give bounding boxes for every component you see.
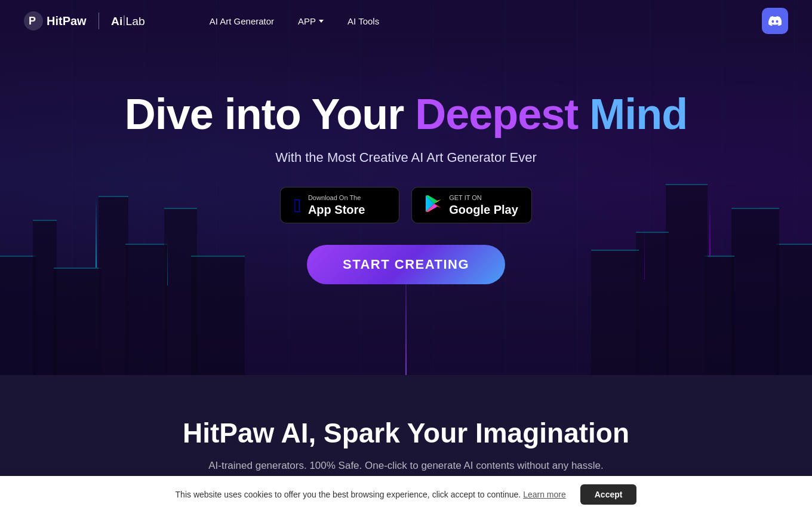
- hero-subtitle: With the Most Creative AI Art Generator …: [125, 150, 688, 165]
- logo-area: P HitPaw Ai Lab: [24, 11, 174, 30]
- appstore-line2: App Store: [308, 202, 365, 217]
- section2-title: HitPaw AI, Spark Your Imagination: [24, 417, 788, 449]
- apple-icon: : [294, 196, 301, 215]
- appstore-button[interactable]:  Download On The App Store: [280, 187, 399, 223]
- navbar: P HitPaw Ai Lab AI Art Generator APP AI …: [0, 0, 812, 42]
- svg-text:Ai: Ai: [111, 15, 122, 27]
- hero-content: Dive into Your Deepest Mind With the Mos…: [113, 91, 700, 284]
- nav-links: AI Art Generator APP AI Tools: [210, 16, 762, 26]
- chevron-down-icon: [319, 20, 324, 23]
- hitpaw-label: HitPaw: [47, 14, 87, 28]
- hero-title-part2: [578, 90, 589, 138]
- hero-title: Dive into Your Deepest Mind: [125, 91, 688, 138]
- nav-ai-art-generator[interactable]: AI Art Generator: [210, 16, 274, 26]
- discord-button[interactable]: [762, 8, 788, 34]
- ailab-logo: Ai Lab: [111, 13, 174, 29]
- hero-title-deepest: Deepest: [415, 90, 578, 138]
- googleplay-icon: [425, 195, 442, 216]
- cookie-message: This website uses cookies to offer you t…: [176, 490, 566, 499]
- cookie-banner: This website uses cookies to offer you t…: [0, 476, 812, 513]
- appstore-text: Download On The App Store: [308, 193, 365, 216]
- svg-rect-4: [124, 15, 125, 26]
- googleplay-line1: GET IT ON: [449, 193, 518, 202]
- discord-icon: [768, 16, 782, 26]
- learn-more-link[interactable]: Learn more: [523, 490, 566, 499]
- svg-text:Lab: Lab: [125, 15, 144, 27]
- start-creating-button[interactable]: START CREATING: [307, 245, 505, 284]
- hero-title-part1: Dive into Your: [125, 90, 415, 138]
- googleplay-button[interactable]: GET IT ON Google Play: [411, 187, 532, 223]
- googleplay-text: GET IT ON Google Play: [449, 193, 518, 216]
- nav-ai-tools[interactable]: AI Tools: [347, 16, 379, 26]
- hitpaw-logo[interactable]: P HitPaw: [24, 11, 87, 30]
- appstore-line1: Download On The: [308, 193, 365, 202]
- store-buttons:  Download On The App Store: [125, 187, 688, 223]
- hero-section: Dive into Your Deepest Mind With the Mos…: [0, 0, 812, 375]
- logo-divider: [99, 13, 99, 29]
- hitpaw-icon: P: [24, 11, 43, 30]
- googleplay-line2: Google Play: [449, 202, 518, 217]
- nav-right: [762, 8, 788, 34]
- hero-title-mind: Mind: [589, 90, 687, 138]
- section2-subtitle: AI-trained generators. 100% Safe. One-cl…: [24, 460, 788, 472]
- nav-app[interactable]: APP: [298, 16, 324, 26]
- accept-button[interactable]: Accept: [580, 484, 637, 505]
- svg-text:P: P: [29, 15, 36, 27]
